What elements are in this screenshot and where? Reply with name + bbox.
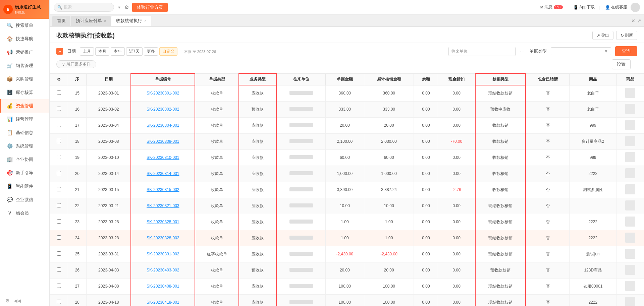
docno-link[interactable]: SK-20230328-002 [147,236,179,240]
cell-gear[interactable] [50,230,68,246]
sidebar-item-wechat[interactable]: 💬 企业微信 [0,193,49,206]
table-row[interactable]: 22 2023-03-21 SK-20230321-003 收款单 应收款 10… [50,198,644,214]
export-button[interactable]: ↗ 导出 [592,31,613,40]
sidebar-item-corp[interactable]: 🏢 企业协同 [0,153,49,166]
col-docno-header[interactable]: 单据编号 [131,73,195,85]
topbar-search[interactable]: 🔍 搜索 [54,3,114,12]
date-btn-custom[interactable]: 自定义 [159,47,177,56]
doctype-select[interactable]: ▼ [551,47,611,55]
sidebar-item-finance[interactable]: 💰 资金管理 [0,99,49,113]
docno-link[interactable]: SK-20230315-002 [147,187,179,192]
docno-link[interactable]: SK-20230310-001 [147,155,179,160]
col-inclosed-header[interactable]: 包含已结清 [526,73,569,85]
cell-gear[interactable] [50,262,68,278]
sidebar-item-search[interactable]: 🔍 搜索菜单 [0,19,49,32]
col-date-header[interactable]: 日期 [87,73,131,85]
settings-button[interactable]: 设置 [612,59,631,69]
cell-gear[interactable] [50,294,68,306]
col-doctype-header[interactable]: 单据类型 [195,73,239,85]
sidebar-item-basic[interactable]: 📋 基础信息 [0,126,49,139]
cell-gear[interactable] [50,214,68,230]
col-balance-header[interactable]: 余额 [414,73,438,85]
cell-gear[interactable] [50,149,68,166]
message-button[interactable]: ✉ 消息 99+ [540,4,563,10]
tab-collect[interactable]: 收款核销执行 × [111,16,151,26]
col-amount-header[interactable]: 单据金额 [326,73,364,85]
cell-docno[interactable]: SK-20230315-002 [131,182,195,198]
col-canceltype-header[interactable]: 核销类型 [475,73,526,85]
docno-link[interactable]: SK-20230302-002 [147,107,179,112]
table-row[interactable]: 18 2023-03-08 SK-20230308-001 收款单 应收款 2,… [50,133,644,149]
cell-gear[interactable] [50,278,68,294]
tab-close-icon2[interactable]: × [144,19,146,23]
cell-gear[interactable] [50,182,68,198]
refresh-button[interactable]: ↻ 刷新 [616,31,637,40]
sidebar-item-member[interactable]: V 畅会员 [0,206,49,220]
table-row[interactable]: 19 2023-03-10 SK-20230310-001 收款单 应收款 60… [50,149,644,166]
table-row[interactable]: 28 2023-04-18 SK-20230418-001 收款单 应收款 10… [50,294,644,306]
table-row[interactable]: 26 2023-04-03 SK-20230403-002 收款单 预收款 20… [50,262,644,278]
app-download-button[interactable]: 📱 App下载 [573,4,594,10]
table-row[interactable]: 20 2023-03-14 SK-20230314-001 收款单 应收款 1,… [50,166,644,182]
table-row[interactable]: 17 2023-03-04 SK-20230304-001 收款单 应收款 20… [50,117,644,133]
cell-docno[interactable]: SK-20230310-001 [131,149,195,166]
date-btn-this-month[interactable]: 本月 [95,47,109,56]
cell-docno[interactable]: SK-20230308-001 [131,133,195,149]
settings-icon[interactable]: ⚙ [5,298,10,303]
sidebar-item-quicknav[interactable]: 🏠 快捷导航 [0,32,49,46]
docno-link[interactable]: SK-20230418-001 [147,300,179,305]
sidebar-item-marketing[interactable]: 📢 营销推广 [0,46,49,59]
table-row[interactable]: 23 2023-03-28 SK-20230328-001 收款单 应收款 1.… [50,214,644,230]
dropdown-arrow-icon[interactable]: ▼ [117,5,121,9]
cell-docno[interactable]: SK-20230403-002 [131,262,195,278]
table-row[interactable]: 25 2023-03-31 SK-20230331-002 红字收款单 应收款 … [50,246,644,262]
sidebar-item-guide[interactable]: 🎯 新手引导 [0,166,49,180]
col-partner-header[interactable]: 往来单位 [276,73,325,85]
date-btn-7days[interactable]: 近7天 [126,47,143,56]
docno-link[interactable]: SK-20230301-002 [147,91,179,96]
expand-button[interactable]: ∨ 展开更多条件 [56,60,96,68]
table-row[interactable]: 27 2023-04-08 SK-20230408-001 收款单 应收款 10… [50,278,644,294]
sidebar-item-inventory[interactable]: 🗄️ 库存核算 [0,86,49,99]
docno-link[interactable]: SK-20230308-001 [147,139,179,144]
user-avatar[interactable] [631,3,640,12]
table-row[interactable]: 16 2023-03-02 SK-20230302-002 收款单 预收款 33… [50,101,644,117]
partner-input[interactable]: 往来单位 [448,47,516,56]
sidebar-item-operation[interactable]: 📊 经营管理 [0,113,49,126]
cell-docno[interactable]: SK-20230314-001 [131,166,195,182]
cell-gear[interactable] [50,133,68,149]
cell-docno[interactable]: SK-20230321-003 [131,198,195,214]
docno-link[interactable]: SK-20230321-003 [147,203,179,208]
col-biztype-header[interactable]: 业务类型 [239,73,276,85]
maximize-icon[interactable]: ⤢ [637,18,641,23]
sidebar-item-sales[interactable]: 🛒 销售管理 [0,59,49,72]
docno-link[interactable]: SK-20230403-002 [147,268,179,272]
cell-docno[interactable]: SK-20230328-002 [131,230,195,246]
filter-toggle-button[interactable]: » [56,48,63,55]
settings-gear-icon[interactable]: ⚙ [124,4,129,10]
service-button[interactable]: 👤 在线客服 [605,4,627,10]
col-goods2-header[interactable]: 商品 [616,73,644,85]
date-btn-last-month[interactable]: 上月 [80,47,94,56]
cell-docno[interactable]: SK-20230301-002 [131,85,195,101]
cell-gear[interactable] [50,166,68,182]
col-gear-header[interactable]: ⚙ [50,73,68,85]
docno-link[interactable]: SK-20230408-001 [147,284,179,289]
tab-home[interactable]: 首页 [52,16,70,26]
sidebar-item-hardware[interactable]: 📱 智能硬件 [0,180,49,193]
cell-docno[interactable]: SK-20230408-001 [131,278,195,294]
cell-docno[interactable]: SK-20230302-002 [131,101,195,117]
collapse-icon[interactable]: ◀◀ [14,298,21,303]
table-row[interactable]: 24 2023-03-28 SK-20230328-002 收款单 应收款 1.… [50,230,644,246]
col-cumcancel-header[interactable]: 累计核销金额 [364,73,414,85]
cell-gear[interactable] [50,198,68,214]
tab-close-icon[interactable]: × [104,19,106,23]
cell-gear[interactable] [50,101,68,117]
cell-gear[interactable] [50,85,68,101]
solution-button[interactable]: 体验行业方案 [132,3,168,12]
docno-link[interactable]: SK-20230314-001 [147,171,179,176]
cell-docno[interactable]: SK-20230418-001 [131,294,195,306]
cell-docno[interactable]: SK-20230304-001 [131,117,195,133]
docno-link[interactable]: SK-20230304-001 [147,123,179,128]
cell-gear[interactable] [50,246,68,262]
